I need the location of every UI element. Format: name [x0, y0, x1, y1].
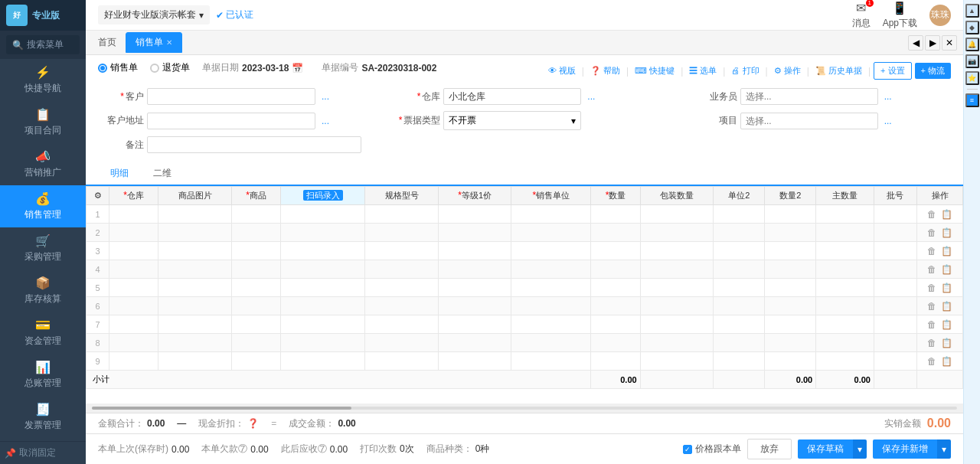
right-panel-btn-3[interactable]: 🔔 [965, 38, 979, 51]
cell-qty2-2[interactable] [765, 224, 816, 242]
cell-unit2-1[interactable] [714, 205, 765, 224]
tab-prev-button[interactable]: ◀ [908, 35, 923, 51]
cell-qty2-3[interactable] [765, 242, 816, 260]
cell-unit-8[interactable] [511, 334, 591, 352]
right-panel-btn-1[interactable]: ▲ [965, 4, 979, 18]
sidebar-item-capital[interactable]: 💳 资金管理 [0, 312, 86, 354]
cell-unit2-6[interactable] [714, 297, 765, 315]
delete-row-6-button[interactable]: 🗑 [926, 300, 937, 312]
cell-price-7[interactable] [438, 315, 511, 334]
cell-unit2-9[interactable] [714, 352, 765, 371]
copy-row-9-button[interactable]: 📋 [940, 355, 953, 368]
cell-warehouse-5[interactable] [109, 279, 158, 297]
app-download-button[interactable]: 📱 App下载 [883, 1, 917, 30]
cell-quick-8[interactable] [281, 334, 365, 352]
abandon-button[interactable]: 放弃 [747, 439, 792, 459]
cell-main-qty-1[interactable] [816, 205, 874, 224]
address-select-dots[interactable]: ... [322, 116, 329, 126]
save-draft-button[interactable]: 保存草稿 [798, 439, 853, 459]
cell-warehouse-4[interactable] [109, 260, 158, 279]
home-tab[interactable]: 首页 [92, 33, 122, 52]
cell-product-5[interactable] [231, 279, 280, 297]
cell-qty2-8[interactable] [765, 334, 816, 352]
sales-order-radio[interactable]: 销售单 [98, 61, 138, 74]
address-input[interactable] [147, 113, 315, 129]
cell-pack-5[interactable] [640, 279, 714, 297]
print-button[interactable]: 🖨 打印 [728, 64, 762, 78]
message-button[interactable]: ✉ 1 消息 [852, 1, 871, 30]
horizontal-scrollbar[interactable] [86, 404, 963, 413]
cell-warehouse-1[interactable] [109, 205, 158, 224]
right-panel-btn-5[interactable]: ⭐ [965, 71, 979, 85]
user-avatar[interactable]: 珠珠 [929, 5, 951, 26]
cell-quick-2[interactable] [281, 224, 365, 242]
sidebar-item-quick-nav[interactable]: ⚡ 快捷导航 [0, 59, 86, 101]
cell-quick-4[interactable] [281, 260, 365, 279]
cell-pack-qty-1[interactable] [640, 205, 714, 224]
cell-mq-6[interactable] [816, 297, 874, 315]
save-draft-dropdown-button[interactable]: ▾ [853, 439, 867, 459]
sidebar-item-invoice[interactable]: 🧾 发票管理 [0, 396, 86, 438]
cell-mq-2[interactable] [816, 224, 874, 242]
cell-product-6[interactable] [231, 297, 280, 315]
cell-product-9[interactable] [231, 352, 280, 371]
invoice-select[interactable]: 不开票 ▾ [443, 111, 581, 130]
cell-product-1[interactable] [231, 205, 280, 224]
cell-spec-9[interactable] [365, 352, 439, 371]
cell-qty-4[interactable] [591, 260, 640, 279]
shortcut-button[interactable]: ⌨ 快捷键 [632, 64, 678, 78]
sidebar-item-accounting[interactable]: 📊 总账管理 [0, 354, 86, 396]
return-order-radio[interactable]: 退货单 [150, 61, 190, 74]
cell-unit2-4[interactable] [714, 260, 765, 279]
cell-pack-7[interactable] [640, 315, 714, 334]
tab-detail[interactable]: 明细 [98, 162, 141, 186]
copy-row-8-button[interactable]: 📋 [940, 337, 953, 349]
cell-mq-5[interactable] [816, 279, 874, 297]
cell-warehouse-3[interactable] [109, 242, 158, 260]
th-settings[interactable]: ⚙ [87, 187, 109, 205]
delete-row-3-button[interactable]: 🗑 [926, 245, 937, 257]
cell-quick-3[interactable] [281, 242, 365, 260]
tab-close-icon[interactable]: ✕ [166, 38, 172, 47]
cell-price1-1[interactable] [438, 205, 511, 224]
cell-pack-4[interactable] [640, 260, 714, 279]
salesperson-select-dots[interactable]: ... [884, 91, 892, 102]
cell-unit-3[interactable] [511, 242, 591, 260]
version-button[interactable]: 👁 视版 [545, 64, 579, 78]
cell-product-7[interactable] [231, 315, 280, 334]
cell-qty2-1[interactable] [765, 205, 816, 224]
calendar-icon[interactable]: 📅 [292, 63, 303, 74]
cell-unit2-8[interactable] [714, 334, 765, 352]
cell-price-4[interactable] [438, 260, 511, 279]
cell-mq-8[interactable] [816, 334, 874, 352]
cell-pack-3[interactable] [640, 242, 714, 260]
tab-close-all-button[interactable]: ✕ [942, 35, 957, 51]
remark-input[interactable] [147, 136, 361, 153]
right-panel-btn-4[interactable]: 📷 [965, 54, 979, 68]
cell-quick-6[interactable] [281, 297, 365, 315]
cell-unit2-2[interactable] [714, 224, 765, 242]
cell-qty-8[interactable] [591, 334, 640, 352]
copy-row-3-button[interactable]: 📋 [940, 245, 953, 257]
cell-qty-1[interactable] [591, 205, 640, 224]
cell-quick-entry-1[interactable] [281, 205, 365, 224]
copy-row-6-button[interactable]: 📋 [940, 300, 953, 312]
cell-qty-7[interactable] [591, 315, 640, 334]
cell-batch-8[interactable] [874, 334, 916, 352]
unpin-button[interactable]: 📌 取消固定 [0, 441, 86, 464]
save-new-dropdown-button[interactable]: ▾ [937, 439, 951, 459]
add-logistics-button[interactable]: + 物流 [915, 63, 951, 79]
cell-quick-9[interactable] [281, 352, 365, 371]
project-select-dots[interactable]: ... [884, 116, 892, 126]
select-button[interactable]: ☰ 选单 [686, 64, 720, 78]
copy-row-2-button[interactable]: 📋 [940, 227, 953, 239]
company-selector[interactable]: 好业财专业版演示帐套 ▾ [98, 5, 210, 25]
cell-product-3[interactable] [231, 242, 280, 260]
cell-spec-2[interactable] [365, 224, 439, 242]
cell-mq-4[interactable] [816, 260, 874, 279]
delete-row-7-button[interactable]: 🗑 [926, 319, 937, 331]
cell-unit2-5[interactable] [714, 279, 765, 297]
cell-unit-6[interactable] [511, 297, 591, 315]
cell-warehouse-2[interactable] [109, 224, 158, 242]
cell-spec-4[interactable] [365, 260, 439, 279]
